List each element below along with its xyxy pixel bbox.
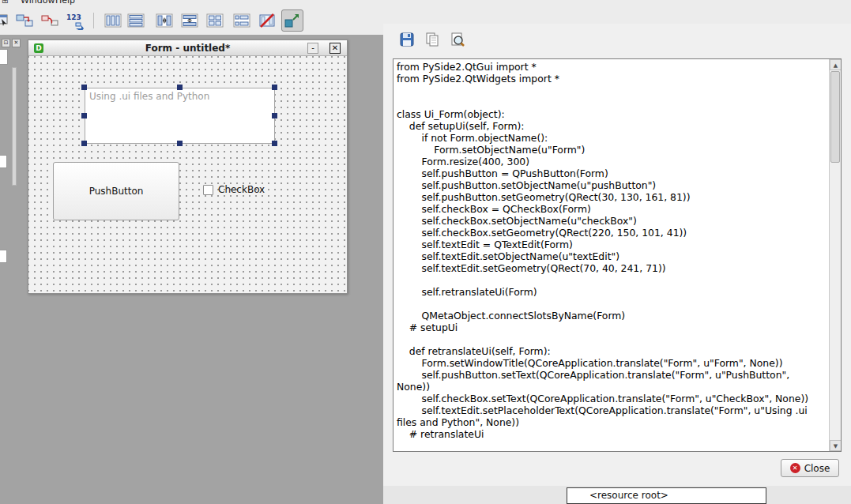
form-title: Form - untitled* — [28, 43, 347, 54]
code-preview-dialog: from PySide2.QtGui import * from PySide2… — [383, 24, 851, 486]
dock-restore-icon[interactable]: ⊡ — [2, 39, 10, 47]
textedit-placeholder: Using .ui files and Python — [85, 88, 274, 104]
layout-vertically-splitter-icon[interactable] — [179, 10, 200, 31]
edit-signals-slots-icon[interactable] — [14, 10, 35, 31]
mdi-area: ⊡ ✕ D Form - untitled* - ✕ Using .ui fil… — [0, 35, 383, 504]
layout-vertically-icon[interactable] — [126, 10, 146, 31]
qt-designer-window: ⊞ Window Help 123 — [0, 0, 851, 504]
resource-root-item[interactable]: <resource root> — [567, 487, 766, 504]
form-minimize-button[interactable]: - — [307, 43, 318, 54]
dock-filter-fragment — [0, 49, 8, 65]
selection-handle-s[interactable] — [177, 141, 183, 146]
main-toolbar: 123 — [0, 6, 383, 35]
scrollbar-thumb[interactable] — [830, 71, 840, 163]
layout-horizontally-splitter-icon[interactable] — [154, 10, 175, 31]
scroll-down-icon[interactable]: ▼ — [830, 440, 842, 451]
code-vertical-scrollbar[interactable]: ▲ ▼ — [829, 59, 841, 451]
resource-root-label: <resource root> — [589, 490, 668, 501]
menu-help[interactable]: Help — [55, 0, 75, 6]
scroll-up-icon[interactable]: ▲ — [830, 59, 842, 70]
selection-handle-sw[interactable] — [81, 141, 87, 146]
menu-window[interactable]: Window — [21, 0, 55, 6]
close-button-icon: ✕ — [790, 463, 800, 473]
textedit-widget[interactable]: Using .ui files and Python — [85, 88, 275, 144]
form-canvas[interactable]: Using .ui files and Python PushButton Ch… — [28, 56, 347, 293]
selection-handle-w[interactable] — [81, 113, 87, 118]
form-titlebar[interactable]: D Form - untitled* - ✕ — [28, 40, 347, 56]
selection-handle-ne[interactable] — [272, 85, 277, 90]
close-button-label: Close — [804, 463, 830, 474]
layout-horizontally-icon[interactable] — [103, 10, 123, 31]
pushbutton-widget[interactable]: PushButton — [53, 162, 179, 220]
adjust-size-icon[interactable] — [281, 9, 303, 32]
dock-close-icon[interactable]: ✕ — [12, 39, 21, 47]
code-text[interactable]: from PySide2.QtGui import * from PySide2… — [393, 59, 828, 442]
dock-fragment — [0, 155, 7, 168]
break-layout-icon[interactable] — [257, 10, 277, 31]
code-view[interactable]: from PySide2.QtGui import * from PySide2… — [393, 58, 842, 452]
menubar: ⊞ Window Help — [0, 0, 851, 6]
form-close-button[interactable]: ✕ — [329, 43, 341, 54]
selection-handle-se[interactable] — [272, 141, 277, 146]
layout-grid-icon[interactable] — [205, 10, 225, 31]
menu-grip-icon: ⊞ — [2, 0, 8, 5]
edit-tab-order-icon[interactable]: 123 — [65, 10, 85, 31]
selection-handle-e[interactable] — [272, 113, 277, 118]
layout-form-icon[interactable] — [232, 10, 252, 31]
tab-order-arrow — [75, 22, 85, 30]
edit-widgets-icon[interactable] — [0, 10, 13, 31]
selection-handle-n[interactable] — [177, 85, 183, 90]
tab-order-label: 123 — [66, 13, 81, 21]
form-editor-window: D Form - untitled* - ✕ Using .ui files a… — [28, 39, 348, 294]
checkbox-widget[interactable]: CheckBox — [203, 184, 265, 195]
find-icon[interactable] — [448, 30, 467, 49]
toolbar-separator — [93, 13, 94, 28]
checkbox-indicator[interactable] — [203, 185, 213, 195]
checkbox-label: CheckBox — [218, 184, 265, 195]
dock-fragment — [0, 250, 7, 263]
save-icon[interactable] — [397, 30, 416, 49]
resource-browser-fragment: <resource root> — [383, 486, 851, 504]
dock-scrollbar-fragment[interactable] — [12, 67, 17, 186]
close-button[interactable]: ✕ Close — [781, 459, 839, 477]
copy-icon[interactable] — [423, 30, 442, 49]
edit-buddies-icon[interactable] — [40, 10, 60, 31]
selection-handle-nw[interactable] — [81, 85, 87, 90]
